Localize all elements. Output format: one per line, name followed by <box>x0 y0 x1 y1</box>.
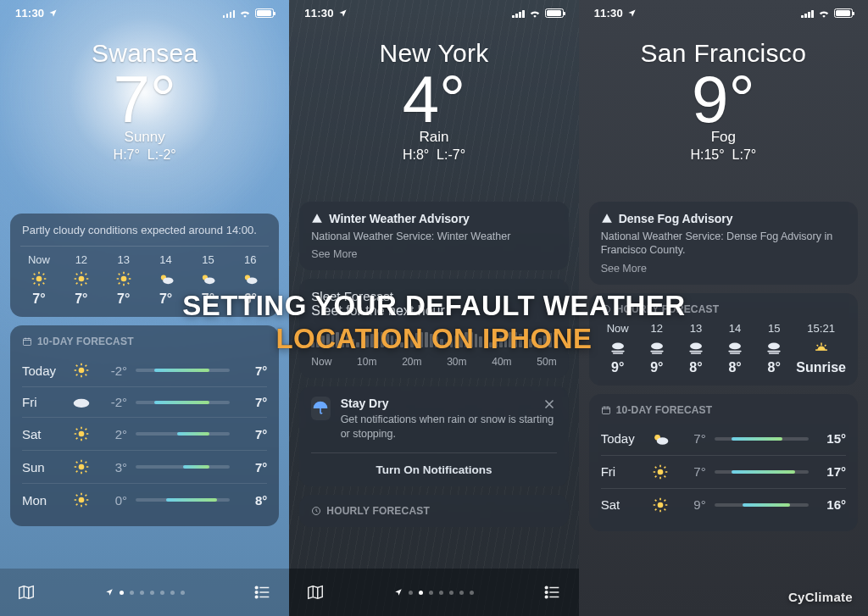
tenday-row[interactable]: Sun3°7° <box>22 450 267 483</box>
high-temp: 7° <box>238 395 267 409</box>
day-label: Fri <box>601 464 642 479</box>
cards-stack: Partly cloudy conditions expected around… <box>10 214 279 526</box>
advisory-title: Dense Fog Advisory <box>619 212 733 225</box>
sleet-forecast-card[interactable]: Sleet Forecast Sleet for the next hour N… <box>299 279 568 378</box>
tenday-row[interactable]: Mon0°8° <box>22 483 267 516</box>
hourly-col[interactable]: 157° <box>191 253 225 307</box>
svg-point-21 <box>545 596 548 598</box>
high-temp: H:8° <box>403 147 429 162</box>
page-dots[interactable] <box>394 588 474 597</box>
three-phone-row: 11:30 Swansea 7° Sunny H:7° L:-2° <box>0 0 868 616</box>
hourly-col[interactable]: 129° <box>640 322 674 375</box>
tenday-forecast-card[interactable]: 10-DAY FORECAST Today-2°7°Fri-2°7°Sat2°7… <box>10 325 279 526</box>
current-weather-hero: New York 4° Rain H:8° L:-7° <box>289 0 578 163</box>
weather-icon <box>687 339 704 356</box>
weather-icon <box>115 270 132 287</box>
low-temp: 2° <box>100 427 127 441</box>
battery-icon <box>545 8 564 18</box>
list-button[interactable] <box>542 581 564 603</box>
hourly-col[interactable]: Now7° <box>22 253 56 307</box>
wifi-icon <box>239 9 251 18</box>
hourly-time: 16 <box>244 253 256 266</box>
weather-icon <box>71 425 92 442</box>
high-temp: H:7° <box>114 147 140 162</box>
hourly-col[interactable]: 147° <box>149 253 183 307</box>
hourly-forecast-card[interactable]: Partly cloudy conditions expected around… <box>10 214 279 317</box>
hourly-time: Now <box>607 322 629 335</box>
current-weather-hero: Swansea 7° Sunny H:7° L:-2° <box>0 0 289 163</box>
temp-range-bar <box>136 401 230 404</box>
status-bar: 11:30 <box>289 7 578 19</box>
tenday-row[interactable]: Today-2°7° <box>22 354 267 386</box>
location-services-icon <box>338 8 348 18</box>
hourly-forecast-card[interactable]: HOURLY FORECAST Now9°129°138°148°158°15:… <box>589 293 858 386</box>
map-button[interactable] <box>304 581 326 603</box>
hourly-time: 13 <box>117 253 129 266</box>
forecast-summary: Partly cloudy conditions expected around… <box>22 224 267 239</box>
day-label: Today <box>601 431 642 446</box>
current-temperature: 4° <box>289 66 578 132</box>
weather-icon <box>242 270 259 287</box>
notify-body: Get notifications when rain or snow is s… <box>341 413 557 441</box>
hourly-time: 15 <box>768 322 780 335</box>
temp-range-bar <box>136 369 230 372</box>
page-dots[interactable] <box>105 588 185 597</box>
hourly-col[interactable]: 138° <box>679 322 713 375</box>
phone-newyork: 11:30 New York 4° Rain H:8° L:-7° Winter… <box>289 0 578 616</box>
status-time: 11:30 <box>594 7 623 19</box>
svg-point-4 <box>163 278 173 285</box>
hourly-col[interactable]: Now9° <box>601 322 635 375</box>
weather-advisory-card[interactable]: Dense Fog Advisory National Weather Serv… <box>589 202 858 285</box>
hourly-value: 7° <box>159 291 172 307</box>
hourly-row[interactable]: Now7°127°137°147°157°166° <box>22 253 267 307</box>
list-button[interactable] <box>252 581 274 603</box>
clock-icon <box>311 506 321 516</box>
weather-icon <box>765 339 782 356</box>
weather-icon <box>31 270 47 287</box>
close-button[interactable] <box>542 397 557 412</box>
stay-dry-card[interactable]: Stay Dry Get notifications when rain or … <box>299 386 568 486</box>
advisory-see-more[interactable]: See More <box>311 248 556 260</box>
notify-title: Stay Dry <box>341 397 557 410</box>
turn-on-notifications-button[interactable]: Turn On Notifications <box>311 452 556 476</box>
svg-point-10 <box>79 368 85 374</box>
tenday-list[interactable]: Today7°15°Fri7°17°Sat9°16° <box>601 423 846 521</box>
hourly-col[interactable]: 15:21Sunrise <box>796 322 846 375</box>
advisory-see-more[interactable]: See More <box>601 263 846 275</box>
hourly-col[interactable]: 137° <box>107 253 141 307</box>
hourly-col[interactable]: 127° <box>64 253 98 307</box>
hourly-col[interactable]: 158° <box>757 322 791 375</box>
tenday-row[interactable]: Fri-2°7° <box>22 386 267 417</box>
high-temp: 7° <box>238 427 267 441</box>
tenday-row[interactable]: Sat2°7° <box>22 417 267 450</box>
location-services-icon <box>627 8 637 18</box>
hourly-col[interactable]: 166° <box>233 253 267 307</box>
svg-point-25 <box>690 342 702 349</box>
hourly-time: 14 <box>159 253 171 266</box>
tenday-list[interactable]: Today-2°7°Fri-2°7°Sat2°7°Sun3°7°Mon0°8° <box>22 354 267 516</box>
svg-point-26 <box>729 342 741 349</box>
tenday-row[interactable]: Sat9°16° <box>601 488 846 521</box>
tenday-row[interactable]: Fri7°17° <box>601 455 846 488</box>
hourly-row[interactable]: Now9°129°138°148°158°15:21Sunrise <box>601 322 846 375</box>
tenday-forecast-card[interactable]: 10-DAY FORECAST Today7°15°Fri7°17°Sat9°1… <box>589 394 858 531</box>
high-temp: 17° <box>817 464 846 479</box>
cards-stack: Dense Fog Advisory National Weather Serv… <box>589 202 858 531</box>
temp-range-bar <box>715 437 809 441</box>
hourly-col[interactable]: 148° <box>718 322 752 375</box>
tenday-row[interactable]: Today7°15° <box>601 423 846 455</box>
wifi-icon <box>529 9 541 18</box>
map-button[interactable] <box>15 581 37 603</box>
condition-label: Sunny <box>0 129 289 146</box>
hourly-forecast-card[interactable]: HOURLY FORECAST <box>299 495 568 527</box>
weather-advisory-card[interactable]: Winter Weather Advisory National Weather… <box>299 202 568 270</box>
day-label: Today <box>22 363 63 378</box>
current-temperature: 7° <box>0 66 289 132</box>
hourly-value: 6° <box>244 291 257 307</box>
hourly-time: 14 <box>729 322 741 335</box>
temp-range-bar <box>715 503 809 507</box>
hourly-value: 8° <box>768 360 781 375</box>
high-temp: 7° <box>238 363 267 378</box>
hourly-time: 12 <box>75 253 87 266</box>
timeline-mark: 30m <box>447 356 466 368</box>
